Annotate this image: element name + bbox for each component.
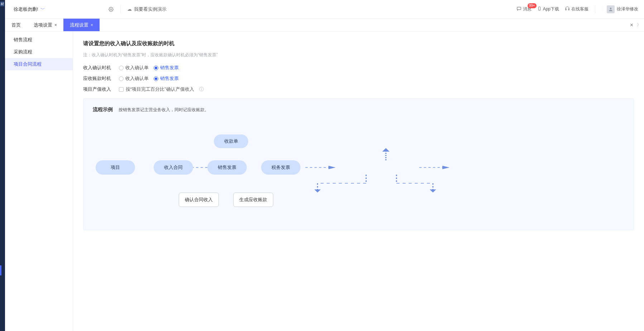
tab-strip: 首页 选项设置 × 流程设置 × × 〉 bbox=[5, 19, 644, 32]
sidebar: 销售流程 采购流程 项目合同流程 bbox=[5, 32, 73, 331]
gear-icon[interactable] bbox=[108, 6, 114, 12]
flow-node-confirm-contract-income: 确认合同收入 bbox=[179, 193, 219, 207]
panel-title: 流程示例 bbox=[93, 107, 113, 113]
support-button[interactable]: 在线客服 bbox=[565, 6, 588, 12]
radio-recv-confirm-doc[interactable]: 收入确认单 bbox=[119, 75, 149, 82]
message-icon bbox=[516, 6, 522, 12]
row-income-timing: 收入确认时机 收入确认单 销售发票 bbox=[83, 65, 634, 71]
tab-strip-actions: × 〉 bbox=[630, 19, 641, 31]
close-icon[interactable]: × bbox=[91, 23, 93, 28]
app-download-button[interactable]: App下载 bbox=[537, 6, 559, 12]
radio-label: 收入确认单 bbox=[125, 65, 149, 71]
tab-label: 首页 bbox=[11, 22, 21, 28]
left-rail-accent bbox=[0, 265, 1, 275]
org-selector[interactable]: 徐老板勿删! ﹀ bbox=[14, 6, 107, 13]
radio-label: 销售发票 bbox=[160, 65, 179, 71]
radio-icon bbox=[119, 76, 124, 81]
sidebar-item-project-contract-flow[interactable]: 项目合同流程 bbox=[5, 58, 73, 70]
svg-point-0 bbox=[110, 9, 112, 10]
radio-income-confirm-doc[interactable]: 收入确认单 bbox=[119, 65, 149, 71]
left-rail-badge: 材 bbox=[0, 1, 4, 6]
headset-icon bbox=[565, 6, 570, 12]
row-project-output: 项目产值收入 按“项目完工百分比”确认产值收入 ⓘ bbox=[83, 86, 634, 93]
divider bbox=[595, 5, 595, 13]
flow-node-tax-invoice: 税务发票 bbox=[261, 160, 301, 175]
svg-rect-4 bbox=[566, 9, 566, 10]
tab-options[interactable]: 选项设置 × bbox=[27, 19, 63, 31]
page-title: 请设置您的收入确认及应收账款的时机 bbox=[83, 40, 634, 47]
main-content: 请设置您的收入确认及应收账款的时机 注：收入确认时机为“销售发票”时，应收账款确… bbox=[73, 32, 644, 331]
svg-point-6 bbox=[610, 8, 612, 9]
radio-icon bbox=[154, 66, 158, 70]
tab-flow-settings[interactable]: 流程设置 × bbox=[63, 19, 100, 31]
chevron-down-icon: ﹀ bbox=[40, 6, 45, 13]
radio-income-sales-invoice[interactable]: 销售发票 bbox=[154, 65, 179, 71]
svg-rect-5 bbox=[568, 9, 569, 10]
radio-icon bbox=[119, 66, 124, 70]
top-bar: 徐老板勿删! ﹀ ☁ 我要看实例演示 消息 99+ App下载 bbox=[5, 0, 644, 19]
demo-link-label: 我要看实例演示 bbox=[134, 6, 167, 13]
sidebar-item-purchase-flow[interactable]: 采购流程 bbox=[5, 46, 73, 58]
tab-label: 流程设置 bbox=[70, 22, 88, 28]
avatar[interactable] bbox=[607, 5, 615, 13]
radio-icon bbox=[154, 76, 158, 81]
radio-label: 收入确认单 bbox=[125, 75, 149, 82]
radio-recv-sales-invoice[interactable]: 销售发票 bbox=[154, 75, 179, 82]
page-note: 注：收入确认时机为“销售发票”时，应收账款确认时机必须为“销售发票” bbox=[83, 52, 634, 58]
flow-node-project: 项目 bbox=[96, 160, 135, 175]
row-label: 项目产值收入 bbox=[83, 86, 114, 93]
tab-overflow-button[interactable]: 〉 bbox=[637, 22, 641, 28]
flow-node-income-contract: 收入合同 bbox=[154, 160, 193, 175]
cloud-icon: ☁ bbox=[127, 6, 132, 12]
checkbox-icon bbox=[119, 87, 124, 92]
checkbox-label: 按“项目完工百分比”确认产值收入 bbox=[126, 86, 194, 93]
phone-icon bbox=[537, 6, 542, 12]
flow-node-generate-receivable: 生成应收账款 bbox=[233, 193, 273, 207]
user-menu[interactable]: 徐泽华修改 bbox=[617, 6, 638, 12]
sidebar-item-sales-flow[interactable]: 销售流程 bbox=[5, 34, 73, 46]
help-icon[interactable]: ⓘ bbox=[199, 86, 204, 93]
close-all-tabs-button[interactable]: × bbox=[630, 22, 633, 28]
row-label: 收入确认时机 bbox=[83, 65, 114, 71]
messages-badge: 99+ bbox=[528, 3, 537, 8]
support-label: 在线客服 bbox=[571, 6, 588, 12]
row-label: 应收账款时机 bbox=[83, 75, 114, 82]
left-rail: 材 bbox=[0, 0, 5, 331]
flow-node-receipt: 收款单 bbox=[214, 134, 248, 148]
flow-example-panel: 流程示例 按销售发票记主营业务收入，同时记应收账款。 bbox=[83, 98, 634, 230]
checkbox-completion-pct[interactable]: 按“项目完工百分比”确认产值收入 bbox=[119, 86, 194, 93]
messages-button[interactable]: 消息 99+ bbox=[516, 6, 532, 12]
tab-home[interactable]: 首页 bbox=[5, 19, 27, 31]
flow-node-sales-invoice: 销售发票 bbox=[207, 160, 247, 175]
demo-link[interactable]: ☁ 我要看实例演示 bbox=[127, 6, 167, 13]
panel-desc: 按销售发票记主营业务收入，同时记应收账款。 bbox=[119, 107, 209, 113]
app-download-label: App下载 bbox=[543, 6, 559, 12]
flow-diagram: 收款单 项目 收入合同 销售发票 税务发票 确认合同收入 生成应收账款 bbox=[93, 122, 624, 216]
org-name: 徐老板勿删! bbox=[14, 6, 38, 13]
row-receivable-timing: 应收账款时机 收入确认单 销售发票 bbox=[83, 75, 634, 82]
radio-label: 销售发票 bbox=[160, 75, 179, 82]
divider bbox=[120, 5, 121, 13]
tab-label: 选项设置 bbox=[34, 22, 52, 28]
close-icon[interactable]: × bbox=[54, 23, 57, 28]
svg-rect-1 bbox=[517, 7, 521, 10]
